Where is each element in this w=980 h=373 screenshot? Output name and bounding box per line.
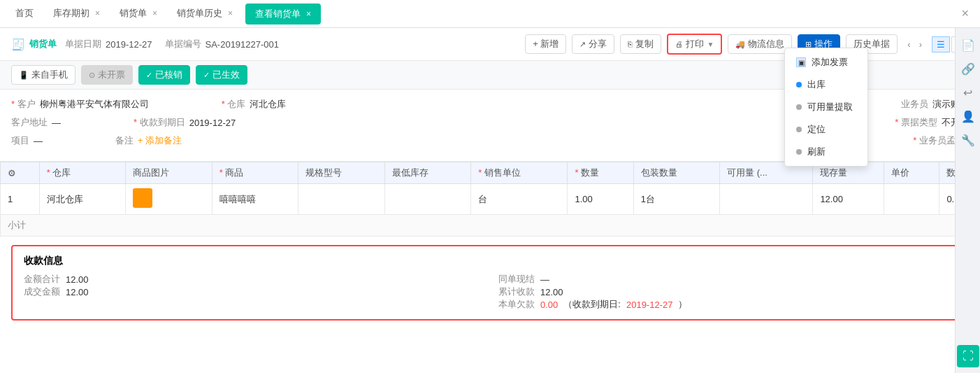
- col-sales-unit: * 销售单位: [471, 162, 568, 184]
- nav-next-btn[interactable]: ›: [915, 38, 926, 51]
- col-warehouse: * 仓库: [39, 162, 125, 184]
- tab-view-sales[interactable]: 查看销货单 ×: [245, 3, 321, 24]
- check1-btn[interactable]: ✓ 已核销: [138, 65, 190, 85]
- settings-icon: ⚙: [8, 168, 16, 178]
- payment-info-title: 收款信息: [24, 255, 956, 267]
- tab-sales-order-close[interactable]: ×: [152, 8, 157, 18]
- copy-button[interactable]: ⎘ 复制: [620, 34, 661, 54]
- sidebar-icon-4[interactable]: 👤: [957, 105, 979, 127]
- col-product: * 商品: [212, 162, 298, 184]
- outbound-icon: [796, 82, 802, 87]
- invoice-type-label: 票据类型: [895, 116, 937, 129]
- sidebar-icon-5[interactable]: 🔧: [957, 129, 979, 151]
- dropdown-locate[interactable]: 定位: [785, 118, 867, 141]
- not-opened-btn[interactable]: ⊙ 未开票: [81, 65, 133, 85]
- same-order-row: 同单现结 —: [498, 273, 956, 286]
- locate-icon: [796, 127, 802, 132]
- payment-date-field: 收款到期日 2019-12-27: [134, 116, 236, 129]
- refresh-icon: [796, 149, 802, 155]
- payment-info-grid: 金额合计 12.00 成交金额 12.00 同单现结 — 累计收款 12.00: [24, 273, 956, 311]
- customer-label: 客户: [11, 98, 36, 111]
- col-quantity: * 数量: [568, 162, 633, 184]
- cumulative-row: 累计收款 12.00: [498, 286, 956, 298]
- add-invoice-label: 添加发票: [812, 56, 848, 69]
- view-list-btn[interactable]: ☰: [932, 36, 950, 52]
- print-button[interactable]: 🖨 打印 ▼: [667, 34, 722, 55]
- same-order-label: 同单现结: [498, 273, 535, 286]
- col-spec: 规格型号: [298, 162, 384, 184]
- tab-home[interactable]: 首页: [6, 0, 43, 28]
- address-label: 客户地址: [11, 116, 48, 129]
- doc-type-icon: 🧾: [11, 38, 25, 51]
- warehouse-field: 仓库 河北仓库: [222, 98, 287, 111]
- warehouse-value: 河北仓库: [250, 98, 286, 111]
- sidebar-icon-2[interactable]: 🔗: [957, 57, 979, 80]
- new-button[interactable]: + 新增: [525, 34, 566, 54]
- dropdown-refresh[interactable]: 刷新: [785, 141, 867, 163]
- nav-prev-btn[interactable]: ‹: [903, 38, 914, 51]
- deal-amount-label: 成交金额: [24, 286, 60, 298]
- balance-suffix: ）: [678, 298, 687, 311]
- nav-arrows: ‹ ›: [903, 38, 926, 51]
- cell-index: 1: [1, 184, 40, 215]
- sidebar-icon-3[interactable]: ↩: [957, 81, 979, 104]
- col-min-stock: 最低库存: [384, 162, 470, 184]
- dropdown-outbound[interactable]: 出库: [785, 73, 867, 96]
- cell-current-stock: 12.00: [813, 184, 884, 215]
- tab-bar-close-btn[interactable]: ×: [956, 6, 974, 21]
- share-button[interactable]: ↗ 分享: [572, 34, 614, 54]
- tab-inventory-init-close[interactable]: ×: [95, 8, 100, 18]
- salesperson-label: 业务员孟: [913, 134, 956, 147]
- right-sidebar: 📄 🔗 ↩ 👤 🔧 ⛶: [955, 28, 980, 373]
- total-label: 金额合计: [24, 273, 60, 286]
- table-section: ⚙ * 仓库 商品图片 * 商品 规格型号 最低库存 * 销售单位 * 数量 包…: [0, 162, 980, 237]
- customer-value: 柳州粤港平安气体有限公司: [40, 98, 149, 111]
- cell-unit-price: [884, 184, 939, 215]
- add-note-btn[interactable]: + 添加备注: [138, 134, 182, 147]
- total-row: 金额合计 12.00: [24, 273, 482, 286]
- refresh-label: 刷新: [807, 146, 826, 158]
- cumulative-label: 累计收款: [498, 286, 535, 298]
- table-row: 1 河北仓库 嘻嘻嘻嘻 台 1.00 1台 12.00 0.: [1, 184, 980, 215]
- cell-sales-unit: 台: [471, 184, 568, 215]
- product-image: [133, 188, 152, 208]
- tab-sales-history-close[interactable]: ×: [228, 8, 233, 18]
- operations-dropdown: ▣ 添加发票 出库 可用量提取 定位 刷新: [784, 48, 868, 167]
- add-invoice-icon: ▣: [796, 57, 806, 67]
- cell-product-img: [126, 184, 212, 215]
- cell-available: [720, 184, 813, 215]
- sidebar-icon-1[interactable]: 📄: [957, 34, 979, 56]
- locate-label: 定位: [807, 123, 826, 136]
- check2-btn[interactable]: ✓ 已生效: [196, 65, 247, 85]
- sidebar-icon-expand[interactable]: ⛶: [957, 345, 979, 367]
- from-mobile-btn[interactable]: 📱 来自手机: [11, 65, 75, 85]
- dropdown-available-qty[interactable]: 可用量提取: [785, 96, 867, 118]
- cell-pack-qty: 1台: [633, 184, 719, 215]
- cell-product: 嘻嘻嘻嘻: [212, 184, 298, 215]
- cell-quantity: 1.00: [568, 184, 633, 215]
- deal-amount-row: 成交金额 12.00: [24, 286, 482, 298]
- tab-sales-order[interactable]: 销货单 ×: [110, 0, 167, 28]
- doc-date-field: 单据日期 2019-12-27: [65, 38, 152, 50]
- payment-date-value: 2019-12-27: [189, 118, 236, 128]
- tab-inventory-init[interactable]: 库存期初 ×: [43, 0, 110, 28]
- payment-right-col: 同单现结 — 累计收款 12.00 本单欠款 0.00 （收款到期日: 2019…: [498, 273, 956, 311]
- cell-warehouse: 河北仓库: [39, 184, 125, 215]
- tab-bar: 首页 库存期初 × 销货单 × 销货单历史 × 查看销货单 × ×: [0, 0, 980, 28]
- tab-view-sales-close[interactable]: ×: [306, 9, 311, 19]
- dropdown-add-invoice[interactable]: ▣ 添加发票: [785, 51, 867, 73]
- data-table: ⚙ * 仓库 商品图片 * 商品 规格型号 最低库存 * 销售单位 * 数量 包…: [0, 162, 980, 237]
- col-pack-qty: 包装数量: [633, 162, 719, 184]
- tab-sales-history[interactable]: 销货单历史 ×: [167, 0, 243, 28]
- doc-meta: 单据日期 2019-12-27 单据编号 SA-20191227-001: [65, 38, 517, 50]
- total-value: 12.00: [66, 274, 89, 285]
- available-qty-icon: [796, 104, 802, 110]
- doc-date-label: 单据日期: [65, 38, 101, 50]
- doc-no-field: 单据编号 SA-20191227-001: [165, 38, 280, 50]
- doc-actions: + 新增 ↗ 分享 ⎘ 复制 🖨 打印 ▼ 🚚 物流信息 ⊞ 操作: [525, 34, 969, 55]
- balance-label: 本单欠款: [498, 298, 535, 311]
- doc-no-value: SA-20191227-001: [206, 39, 280, 50]
- logistics-button[interactable]: 🚚 物流信息: [728, 34, 792, 54]
- balance-note: （收款到期日:: [563, 298, 621, 311]
- col-settings[interactable]: ⚙: [1, 162, 40, 184]
